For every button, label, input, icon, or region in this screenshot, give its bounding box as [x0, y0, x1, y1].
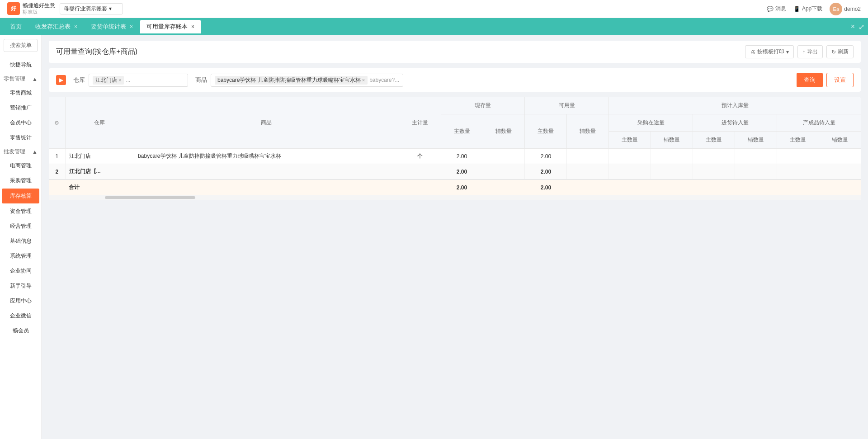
- sidebar-item-zero-stats[interactable]: 零售统计: [0, 130, 41, 145]
- warehouse-dots: ...: [126, 77, 130, 83]
- scroll-area: [49, 195, 861, 200]
- sidebar: 搜索菜单 快捷导航 零售管理 ▲ 零售商城 营销推广 会员中心 零售统计: [0, 35, 42, 439]
- tab-order-close[interactable]: ×: [130, 24, 133, 30]
- footer-product-main: [777, 179, 819, 195]
- row-warehouse: 江北门店【...: [65, 164, 134, 180]
- setting-btn[interactable]: 设置: [826, 73, 854, 87]
- tab-receive[interactable]: 收发存汇总表 ×: [29, 20, 84, 33]
- footer-purchase-aux: [651, 179, 693, 195]
- row-warehouse: 江北门店: [65, 149, 134, 164]
- sidebar-item-operations[interactable]: 经营管理: [0, 219, 41, 234]
- footer-purchase-main: [609, 179, 651, 195]
- sidebar-item-zero-sales[interactable]: 零售管理 ▲: [0, 72, 41, 85]
- sidebar-item-enterprise[interactable]: 企业协同: [0, 264, 41, 279]
- tab-home-label: 首页: [10, 23, 22, 31]
- sidebar-item-quick-nav[interactable]: 快捷导航: [0, 57, 41, 72]
- data-table: ⚙ 仓库 商品 主计量 现存量 可用量 预计入库量 主数量 辅数量: [49, 97, 861, 195]
- refresh-btn[interactable]: ↻ 刷新: [826, 45, 854, 58]
- footer-avail-main: 2.00: [525, 179, 567, 195]
- table-row: 1 江北门店 babycare学饮杯 儿童防摔防撞吸管杯重力球吸嘴杯宝宝水杯 个…: [49, 149, 861, 164]
- print-label: 按模板打印: [757, 48, 784, 56]
- sidebar-item-marketing[interactable]: 营销推广: [0, 100, 41, 115]
- tab-order[interactable]: 要货单统计表 ×: [85, 20, 139, 33]
- th-purchase-main: 主数量: [609, 132, 651, 149]
- export-label: 导出: [807, 48, 818, 56]
- row-product-main: [777, 164, 819, 180]
- page-actions: 🖨 按模板打印 ▾ ↑ 导出 ↻ 刷新: [745, 45, 854, 58]
- sidebar-item-basic[interactable]: 基础信息: [0, 234, 41, 249]
- filter-expand-btn[interactable]: ▶: [56, 75, 66, 85]
- goods-tag-1-remove[interactable]: ×: [362, 77, 365, 83]
- enterprise-label: 企业协同: [10, 267, 32, 275]
- print-btn[interactable]: 🖨 按模板打印 ▾: [745, 45, 794, 58]
- sidebar-item-zero-mall[interactable]: 零售商城: [0, 85, 41, 100]
- th-available-qty: 可用量: [525, 97, 609, 114]
- sidebar-item-inventory[interactable]: 库存核算: [2, 189, 39, 203]
- search-menu-btn[interactable]: 搜索菜单: [4, 39, 38, 52]
- tab-close-all-icon[interactable]: ×: [851, 23, 855, 31]
- marketing-label: 营销推广: [10, 104, 32, 112]
- query-btn[interactable]: 查询: [797, 73, 823, 87]
- warehouse-filter-group: 仓库 江北门店 × ...: [73, 74, 188, 87]
- th-settings: ⚙: [49, 97, 65, 149]
- row-goods: babycare学饮杯 儿童防摔防撞吸管杯重力球吸嘴杯宝宝水杯: [134, 149, 399, 164]
- sidebar-nav: 快捷导航 零售管理 ▲ 零售商城 营销推广 会员中心 零售统计 批发管理 ▲: [0, 56, 41, 340]
- th-product-pending: 产成品待入量: [777, 114, 861, 132]
- row-current-aux: [483, 149, 525, 164]
- th-goods: 商品: [134, 97, 399, 149]
- export-btn[interactable]: ↑ 导出: [797, 45, 823, 58]
- row-inbound-main: [693, 149, 735, 164]
- th-current-stock: 现存量: [441, 97, 525, 114]
- tab-restore-icon[interactable]: ⤢: [859, 23, 864, 31]
- sidebar-item-purchase[interactable]: 采购管理: [0, 173, 41, 188]
- row-inbound-main: [693, 164, 735, 180]
- table-row: 2 江北门店【... 2.00 2.00: [49, 164, 861, 180]
- app-download-label: App下载: [802, 5, 822, 13]
- chevron-down-icon: ▾: [109, 5, 112, 12]
- print-chevron: ▾: [786, 49, 789, 55]
- sidebar-item-newguide[interactable]: 新手引导: [0, 279, 41, 293]
- print-icon: 🖨: [750, 49, 755, 55]
- sidebar-item-ecommerce[interactable]: 电商管理: [0, 158, 41, 173]
- inventory-label: 库存核算: [10, 192, 32, 200]
- th-inbound-pending: 进货待入量: [693, 114, 777, 132]
- user-area[interactable]: Ea demo2: [830, 3, 861, 15]
- tab-receive-close[interactable]: ×: [74, 24, 77, 30]
- goods-filter-input[interactable]: babycare学饮杯 儿童防摔防撞吸管杯重力球吸嘴杯宝宝水杯 × babyca…: [211, 74, 403, 87]
- sidebar-item-wechat[interactable]: 企业微信: [0, 308, 41, 323]
- row-current-aux: [483, 164, 525, 180]
- basic-label: 基础信息: [10, 237, 32, 245]
- mobile-icon: 📱: [793, 6, 800, 12]
- tab-available-close[interactable]: ×: [191, 24, 194, 30]
- page-header: 可用量查询(按仓库+商品) 🖨 按模板打印 ▾ ↑ 导出 ↻ 刷新: [49, 41, 861, 63]
- sidebar-item-wholesale[interactable]: 批发管理 ▲: [0, 145, 41, 158]
- warehouse-filter-input[interactable]: 江北门店 × ...: [89, 74, 188, 87]
- th-product-aux: 辅数量: [819, 132, 861, 149]
- row-goods: [134, 164, 399, 180]
- scroll-thumb[interactable]: [105, 196, 195, 199]
- footer-current-aux: [483, 179, 525, 195]
- sidebar-item-member[interactable]: 会员中心: [0, 115, 41, 130]
- row-purchase-main: [609, 164, 651, 180]
- row-product-aux: [819, 149, 861, 164]
- table-settings-icon[interactable]: ⚙: [54, 120, 59, 126]
- message-btn[interactable]: 💬 消息: [767, 5, 786, 13]
- app-download-btn[interactable]: 📱 App下载: [793, 5, 822, 13]
- row-current-main: 2.00: [441, 149, 483, 164]
- row-avail-main: 2.00: [525, 164, 567, 180]
- tab-available[interactable]: 可用量库存账本 ×: [140, 20, 201, 33]
- th-product-main: 主数量: [777, 132, 819, 149]
- tab-home[interactable]: 首页: [4, 20, 28, 33]
- th-inbound-aux: 辅数量: [735, 132, 777, 149]
- warehouse-tag-1-remove[interactable]: ×: [118, 77, 121, 83]
- industry-select[interactable]: 母婴行业演示账套 ▾: [60, 3, 123, 14]
- footer-label: 合计: [65, 179, 441, 195]
- warehouse-tag-1: 江北门店 ×: [93, 76, 124, 85]
- sidebar-item-appcenter[interactable]: 应用中心: [0, 293, 41, 308]
- footer-inbound-aux: [735, 179, 777, 195]
- sidebar-item-member2[interactable]: 畅会员: [0, 323, 41, 338]
- row-avail-aux: [567, 164, 609, 180]
- sidebar-item-finance[interactable]: 资金管理: [0, 204, 41, 219]
- user-name: demo2: [844, 6, 861, 12]
- sidebar-item-system[interactable]: 系统管理: [0, 249, 41, 264]
